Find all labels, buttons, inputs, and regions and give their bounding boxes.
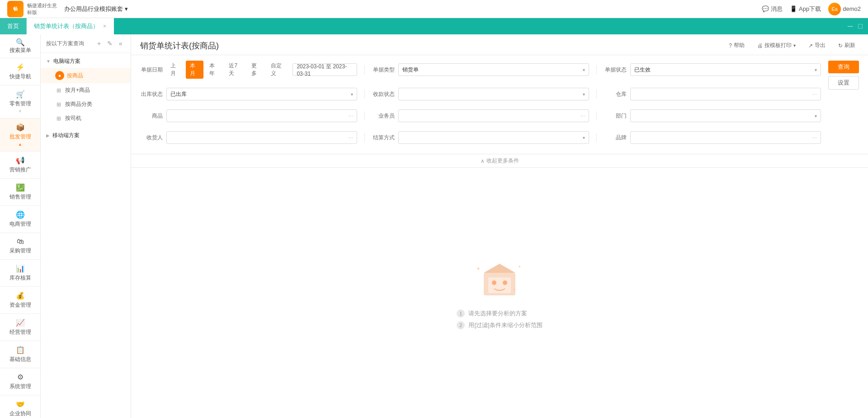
scheme-group-mobile: ▶ 移动端方案 — [41, 127, 131, 144]
filter-salesperson-label: 业务员 — [372, 112, 395, 120]
page-title-bar: 销货单统计表(按商品) ? 帮助 🖨 按模板打印 ▾ ↗ 导出 — [131, 34, 868, 55]
template-print-btn[interactable]: 🖨 按模板打印 ▾ — [754, 40, 799, 51]
sidebar-item-retail[interactable]: 🛒 零售管理 ▼ — [0, 86, 40, 119]
date-btn-last-month[interactable]: 上月 — [166, 61, 184, 79]
empty-tip-1: 1 请先选择要分析的方案 — [457, 309, 542, 318]
content-area: 按以下方案查询 + ✎ « ▼ 电脑端方案 ● 按商品 ⊞ 按月+ — [41, 34, 868, 418]
filter-field-date: 单据日期 上月 本月 本年 近7天 更多 自定义 2023-03-01 — [140, 61, 357, 79]
filter-doc-type-label: 单据类型 — [372, 66, 395, 74]
nav-tabs: 首页 销货单统计表（按商品） × ─ □ — [0, 18, 868, 34]
sidebar-item-basic-info[interactable]: 📋 基础信息 — [0, 341, 40, 368]
svg-marker-1 — [484, 264, 515, 273]
scheme-add-btn[interactable]: + — [94, 39, 104, 48]
date-btn-custom[interactable]: 自定义 — [267, 61, 289, 79]
scheme-item-by-month-product-label: 按月+商品 — [65, 86, 90, 94]
refresh-btn[interactable]: ↻ 刷新 — [835, 40, 859, 51]
scheme-panel-header: 按以下方案查询 + ✎ « — [41, 34, 131, 53]
sidebar-item-finance[interactable]: 💰 资金管理 — [0, 287, 40, 314]
sidebar-item-marketing[interactable]: 📢 营销推广 — [0, 152, 40, 179]
query-buttons: 查询 设置 — [828, 61, 859, 90]
window-maximize-btn[interactable]: □ — [856, 21, 864, 31]
filter-brand-select[interactable]: ··· — [630, 131, 821, 144]
app-download-action[interactable]: 📱 App下载 — [790, 5, 821, 13]
sidebar-item-operations[interactable]: 📈 经营管理 — [0, 314, 40, 341]
window-minimize-btn[interactable]: ─ — [846, 21, 854, 31]
filter-payment-status-select[interactable]: ▾ — [398, 88, 589, 100]
sidebar-item-enterprise-collab[interactable]: 🤝 企业协同 — [0, 395, 40, 418]
scheme-group-desktop: ▼ 电脑端方案 ● 按商品 ⊞ 按月+商品 ⊞ 按商品分类 ⊞ 按司机 — [41, 53, 131, 127]
date-btn-this-year[interactable]: 本年 — [205, 61, 223, 79]
header-right: 💬 消息 📱 App下载 Ea demo2 — [762, 3, 861, 15]
filter-brand-label: 品牌 — [604, 134, 627, 142]
scheme-collapse-btn[interactable]: « — [116, 39, 125, 48]
collapse-label: ∧ 收起更多条件 — [481, 157, 519, 165]
filter-field-settlement: 结算方式 ▾ — [372, 131, 589, 144]
filter-product-label: 商品 — [140, 112, 163, 120]
svg-text:✦: ✦ — [513, 288, 516, 292]
filter-dept-label: 部门 — [604, 112, 627, 120]
svg-text:✦: ✦ — [518, 264, 521, 269]
sidebar-item-inventory[interactable]: 📊 库存核算 — [0, 260, 40, 287]
scheme-grid-icon: ⊞ — [55, 87, 62, 94]
filter-row-3: 商品 ··· 业务员 ··· — [140, 109, 821, 122]
empty-state: ✦ ✦ ✦ 1 请先选择要分析的方案 2 用[过滤]条件来缩小分析范围 — [131, 168, 868, 418]
sidebar-item-ecommerce[interactable]: 🌐 电商管理 — [0, 206, 40, 233]
message-action[interactable]: 💬 消息 — [762, 5, 783, 13]
scheme-active-icon: ● — [55, 71, 64, 80]
user-action[interactable]: Ea demo2 — [828, 3, 861, 15]
filter-dept-select[interactable]: ▾ — [630, 109, 821, 122]
export-btn[interactable]: ↗ 导出 — [805, 40, 829, 51]
sidebar-item-wholesale[interactable]: 📦 批发管理 ▲ — [0, 119, 40, 152]
scheme-item-by-month-product[interactable]: ⊞ 按月+商品 — [41, 83, 131, 97]
date-btn-this-month[interactable]: 本月 — [186, 61, 203, 79]
empty-tip-1-num: 1 — [457, 309, 465, 318]
top-header: 畅 畅捷通好生意 标版 办公用品行业模拟账套 ▾ 💬 消息 📱 App下载 Ea… — [0, 0, 868, 18]
filter-warehouse-select[interactable]: ··· — [630, 88, 821, 100]
filter-field-product: 商品 ··· — [140, 109, 357, 122]
filter-field-payment-status: 收款状态 ▾ — [372, 88, 589, 100]
date-btn-last-7-days[interactable]: 近7天 — [225, 61, 245, 79]
date-filter: 上月 本月 本年 近7天 更多 自定义 2023-03-01 至 2023-03… — [166, 61, 357, 79]
sidebar-item-search[interactable]: 🔍 搜索菜单 — [0, 34, 40, 58]
date-btn-more[interactable]: 更多 — [247, 61, 265, 79]
tab-active[interactable]: 销货单统计表（按商品） × — [27, 18, 114, 34]
filter-row-4: 收货人 ··· 结算方式 ▾ — [140, 131, 821, 144]
workspace-selector[interactable]: 办公用品行业模拟账套 ▾ — [61, 3, 132, 15]
filter-field-brand: 品牌 ··· — [604, 131, 821, 144]
scheme-item-by-product[interactable]: ● 按商品 — [41, 68, 131, 83]
filter-date-label: 单据日期 — [140, 66, 163, 74]
sidebar-item-sales[interactable]: 💹 销售管理 — [0, 179, 40, 206]
scheme-item-by-printer-label: 按司机 — [65, 114, 81, 122]
sidebar-item-system[interactable]: ⚙ 系统管理 — [0, 368, 40, 395]
collapse-bar[interactable]: ∧ 收起更多条件 — [131, 154, 868, 168]
scheme-item-by-printer[interactable]: ⊞ 按司机 — [41, 111, 131, 125]
settings-btn[interactable]: 设置 — [828, 76, 859, 90]
scheme-item-by-product-category-label: 按商品分类 — [65, 100, 92, 108]
filter-doc-status-select[interactable]: 已生效 ▾ — [630, 63, 821, 76]
filter-doc-status-label: 单据状态 — [604, 66, 627, 74]
tab-home[interactable]: 首页 — [0, 18, 27, 34]
filter-product-select[interactable]: ··· — [166, 109, 357, 122]
filter-salesperson-select[interactable]: ··· — [398, 109, 589, 122]
filter-doc-type-select[interactable]: 销货单 ▾ — [398, 63, 589, 76]
scheme-grid-icon3: ⊞ — [55, 115, 62, 122]
scheme-edit-btn[interactable]: ✎ — [105, 39, 114, 48]
sidebar-item-quick-nav[interactable]: ⚡ 快捷导航 — [0, 58, 40, 86]
scheme-group-mobile-header[interactable]: ▶ 移动端方案 — [41, 129, 131, 142]
sidebar-item-purchase[interactable]: 🛍 采购管理 — [0, 233, 40, 260]
scheme-group-desktop-header[interactable]: ▼ 电脑端方案 — [41, 55, 131, 68]
scheme-group-mobile-label: 移动端方案 — [52, 132, 80, 139]
filter-out-status-select[interactable]: 已出库 ▾ — [166, 88, 357, 100]
avatar: Ea — [828, 3, 841, 15]
empty-tip-2-text: 用[过滤]条件来缩小分析范围 — [468, 321, 542, 329]
query-btn[interactable]: 查询 — [828, 61, 859, 73]
filter-receiver-select[interactable]: ··· — [166, 131, 357, 144]
tab-close-btn[interactable]: × — [103, 23, 106, 29]
scheme-item-by-product-category[interactable]: ⊞ 按商品分类 — [41, 97, 131, 111]
svg-point-3 — [492, 280, 496, 285]
filter-field-out-status: 出库状态 已出库 ▾ — [140, 88, 357, 100]
help-btn[interactable]: ? 帮助 — [725, 40, 748, 51]
date-range-display[interactable]: 2023-03-01 至 2023-03-31 — [292, 63, 357, 76]
filter-field-receiver: 收货人 ··· — [140, 131, 357, 144]
filter-settlement-select[interactable]: ▾ — [398, 131, 589, 144]
